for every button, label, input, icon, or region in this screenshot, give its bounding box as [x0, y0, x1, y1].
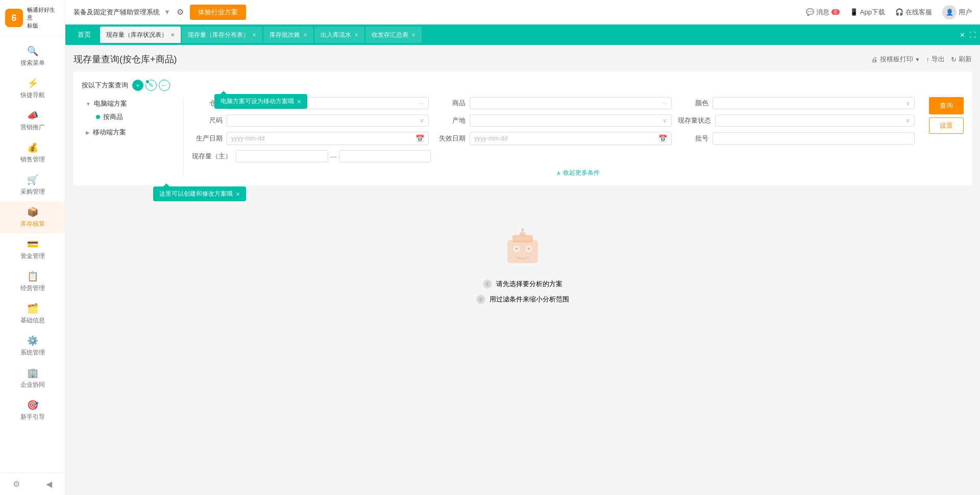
topbar-right: 💬 消息 8 📱 App下载 🎧 在线客服 👤 用户	[806, 5, 972, 19]
export-btn[interactable]: ↑ 导出	[926, 55, 945, 64]
tree-sub: 按商品	[86, 110, 177, 124]
sidebar-item-finance[interactable]: 💳 资金管理	[0, 233, 65, 266]
sidebar-item-guide[interactable]: ⚡ 快捷导航	[0, 73, 65, 105]
tree-desktop[interactable]: ▼ 电脑端方案	[86, 97, 177, 110]
sidebar-item-marketing[interactable]: 📣 营销推广	[0, 105, 65, 137]
svg-point-5	[527, 247, 530, 250]
logo-area: 6 畅通好好生意 标版	[0, 0, 65, 36]
tree-mobile[interactable]: ▶ 移动端方案	[86, 126, 177, 139]
add-scheme-btn[interactable]: ＋	[132, 80, 143, 91]
sidebar-item-purchase[interactable]: 🛒 采购管理	[0, 169, 65, 201]
user-btn[interactable]: 👤 用户	[942, 5, 972, 19]
sidebar-item-basic[interactable]: 🗂️ 基础信息	[0, 298, 65, 330]
refresh-btn[interactable]: ↻ 刷新	[951, 55, 972, 64]
qty-main-to-input[interactable]	[339, 150, 431, 162]
basic-icon: 🗂️	[27, 303, 38, 314]
edit-scheme-btn[interactable]: ✎	[145, 80, 157, 91]
tab-close-icon[interactable]: ✕	[354, 32, 358, 38]
calendar-icon: 📅	[415, 134, 424, 143]
expire-date-input[interactable]: yyyy-mm-dd 📅	[470, 132, 672, 145]
sidebar-item-inventory[interactable]: 📦 库存核算	[0, 201, 65, 233]
collapse-up-icon: ∧	[556, 170, 561, 177]
batch-input[interactable]	[713, 132, 915, 145]
sidebar-item-enterprise[interactable]: 🏢 企业协同	[0, 362, 65, 394]
batch-field: 批号	[678, 132, 915, 145]
print-dropdown-icon: ▼	[915, 57, 920, 62]
goods-select[interactable]: ···	[470, 97, 672, 109]
tab-recv-send[interactable]: 收发存汇总表 ✕	[365, 27, 422, 43]
sidebar-item-search[interactable]: 🔍 搜索菜单	[0, 40, 65, 73]
sales-icon: 💰	[27, 142, 38, 153]
color-arrow-icon: ∨	[905, 100, 910, 107]
export-icon: ↑	[926, 56, 930, 63]
app-download-btn[interactable]: 📱 App下载	[850, 8, 885, 17]
tab-inout-flow[interactable]: 出入库流水 ✕	[314, 27, 364, 43]
back-icon: ←	[161, 82, 167, 89]
calendar2-icon: 📅	[658, 134, 667, 143]
tab-close-icon[interactable]: ✕	[411, 32, 415, 38]
tab-close-icon[interactable]: ✕	[252, 32, 256, 38]
message-btn[interactable]: 💬 消息 8	[806, 8, 840, 17]
reset-btn[interactable]: 设置	[929, 117, 964, 134]
search-main: 仓库 ··· 商品	[192, 97, 964, 177]
purchase-icon: 🛒	[27, 174, 38, 185]
topbar-system-name: 装备及固定资产辅助管理系统 ▼	[74, 8, 170, 17]
qty-main-field: 现存量（主） —	[192, 150, 431, 162]
sidebar-nav: 🔍 搜索菜单 ⚡ 快捷导航 📣 营销推广 💰 销售管理 🛒 采购管理 📦 库存核…	[0, 36, 65, 473]
search-btn-group: 查询 设置	[923, 97, 964, 164]
tab-home[interactable]: 首页	[69, 25, 99, 45]
collapse-btn[interactable]: ∧ 收起更多条件	[192, 164, 964, 177]
inventory-icon: 📦	[27, 206, 38, 218]
svg-point-8	[521, 228, 524, 231]
online-support-btn[interactable]: 🎧 在线客服	[895, 8, 932, 17]
collapse-sidebar-icon[interactable]: ◀	[46, 479, 52, 489]
message-icon: 💬	[806, 8, 814, 16]
finance-icon: 💳	[27, 239, 38, 250]
qty-main-from-input[interactable]	[236, 150, 328, 162]
search-icon: 🔍	[27, 45, 38, 57]
filter-tree: ▼ 电脑端方案 按商品 ▶ 移动端方案	[82, 97, 177, 139]
tab-close-icon[interactable]: ✕	[303, 32, 307, 38]
prod-date-input[interactable]: yyyy-mm-dd 📅	[227, 132, 429, 145]
settings-bottom-icon[interactable]: ⚙	[13, 479, 20, 489]
tooltip1-close-btn[interactable]: ×	[297, 98, 301, 106]
origin-select[interactable]: ∨	[470, 114, 672, 127]
tab-inventory-status[interactable]: 现存量（库存状况表） ✕	[100, 27, 181, 43]
back-arrow-btn[interactable]: ←	[159, 80, 170, 91]
avatar: 👤	[942, 5, 957, 19]
page-title: 现存量查询(按仓库+商品)	[74, 53, 177, 65]
system-icon: ⚙️	[27, 335, 38, 346]
tab-batch-account[interactable]: 库存批次账 ✕	[263, 27, 313, 43]
goods-dots: ···	[662, 100, 667, 107]
industry-btn[interactable]: 体验行业方案	[190, 5, 246, 20]
tab-close-all-icon[interactable]: ✕	[960, 31, 965, 39]
operations-icon: 📋	[27, 271, 38, 282]
tooltip2-close-btn[interactable]: ×	[236, 190, 240, 198]
tooltip-create-scheme: 这里可以创建和修改方案哦 ×	[153, 186, 246, 201]
prod-date-field: 生产日期 yyyy-mm-dd 📅	[192, 132, 429, 145]
sidebar-item-sales[interactable]: 💰 销售管理	[0, 137, 65, 169]
tab-maximize-icon[interactable]: ⛶	[969, 31, 976, 39]
qty-main-range: —	[236, 150, 431, 162]
tab-inventory-dist[interactable]: 现存量（库存分布表） ✕	[182, 27, 262, 43]
svg-point-4	[515, 247, 518, 250]
size-select[interactable]: ∨	[227, 114, 429, 127]
query-btn[interactable]: 查询	[929, 97, 964, 114]
search-left-panel: ▼ 电脑端方案 按商品 ▶ 移动端方案	[82, 97, 184, 177]
qty-status-select[interactable]: ∨	[715, 114, 915, 127]
sidebar-item-operations[interactable]: 📋 经营管理	[0, 266, 65, 298]
sidebar-item-system[interactable]: ⚙️ 系统管理	[0, 330, 65, 362]
empty-step2: ② 用过滤条件来缩小分析范围	[476, 295, 569, 304]
search-header-icons: ＋ ✎ ←	[132, 80, 170, 91]
print-btn[interactable]: 🖨 按模板打印 ▼	[871, 55, 920, 64]
qty-status-arrow-icon: ∨	[905, 117, 910, 124]
origin-field: 产地 ∨	[435, 114, 672, 127]
sidebar-item-newbie[interactable]: 🎯 新手引导	[0, 394, 65, 427]
tab-close-icon[interactable]: ✕	[170, 32, 175, 38]
content-area: 现存量查询(按仓库+商品) 🖨 按模板打印 ▼ ↑ 导出 ↻ 刷新	[65, 45, 980, 495]
tree-by-goods[interactable]: 按商品	[96, 110, 177, 124]
color-select[interactable]: ∨	[713, 97, 915, 109]
topbar-gear-icon[interactable]: ⚙	[177, 7, 184, 17]
brand-text: 畅通好好生意 标版	[27, 6, 60, 30]
goods-field: 商品 ···	[435, 97, 672, 109]
